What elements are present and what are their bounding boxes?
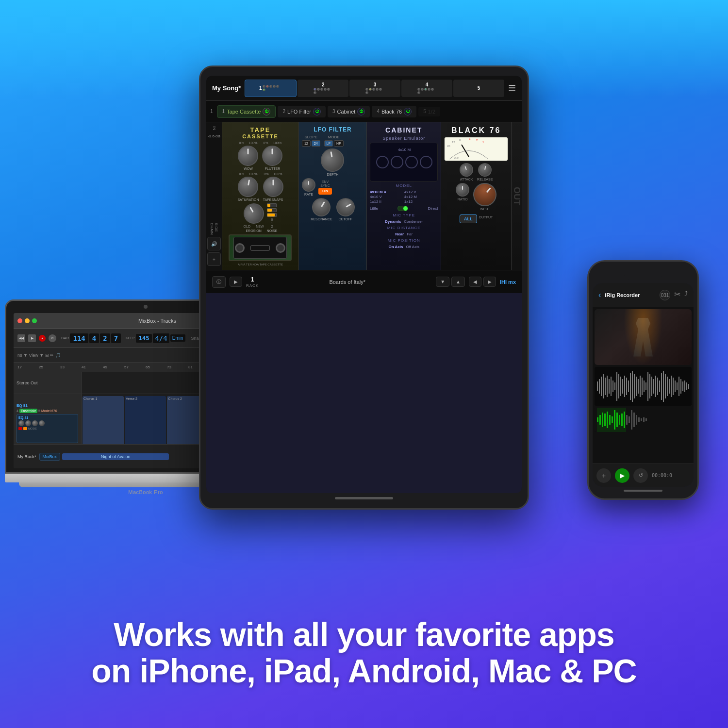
on-toggle[interactable]: ON: [318, 188, 332, 195]
add-btn[interactable]: +: [207, 252, 221, 266]
erosion-noise-row: OLD NEW EROSION: [244, 203, 278, 232]
slot-num-4: 4: [426, 82, 429, 87]
mini-knob-s3-1: [365, 88, 368, 91]
dynamic-label[interactable]: Dynamic: [385, 219, 401, 224]
main-background: MixBox - Tracks ◀◀ ▶ ● ↺ BAR 114 4: [0, 0, 728, 728]
lfo-title: LFO FILTER: [314, 126, 351, 133]
lfo-power-btn[interactable]: ⏻: [313, 108, 321, 116]
tape-cassette-tab[interactable]: 1 Tape Cassette ⏻: [217, 105, 276, 118]
info-button[interactable]: ⓘ: [212, 276, 226, 288]
off-axis-label[interactable]: Off Axis: [406, 245, 419, 249]
forward-btn[interactable]: ▶: [483, 277, 496, 287]
cabinet-power-btn[interactable]: ⏻: [357, 108, 365, 116]
loop-btn[interactable]: ↺: [633, 468, 648, 483]
prev-btn[interactable]: ▼: [436, 277, 449, 287]
play-button[interactable]: ▶: [28, 334, 36, 342]
share-icon[interactable]: ⤴: [684, 290, 688, 300]
saturation-knob-group: 0%100% SATURATION: [237, 172, 259, 201]
minimize-dot[interactable]: [25, 318, 30, 323]
condenser-label[interactable]: Condenser: [404, 219, 423, 224]
cutoff-knob[interactable]: [333, 195, 358, 220]
mode-lp-btn[interactable]: LP: [324, 140, 333, 147]
mini-knob-1: [263, 85, 265, 88]
slot-tab-3[interactable]: 3: [349, 80, 400, 97]
svg-rect-62: [688, 384, 689, 389]
channel-num2: 5: [38, 409, 40, 413]
play-btn[interactable]: ▶: [615, 468, 629, 483]
release-knob-group: RELEASE: [477, 163, 493, 181]
cabinet-subtitle: Speaker Emulator: [370, 136, 438, 141]
rewind-button[interactable]: ◀◀: [17, 334, 25, 342]
release-knob[interactable]: [477, 162, 493, 178]
slope-24-btn[interactable]: 24: [312, 140, 320, 147]
cutoff-knob-group: CUTOFF: [336, 198, 355, 221]
tagline-line1: Works with all your favorite apps: [0, 616, 728, 653]
ratio-knob[interactable]: [456, 183, 469, 197]
svg-rect-34: [634, 374, 635, 398]
cabinet-tab[interactable]: 3 Cabinet ⏻: [328, 106, 370, 117]
cabinet-title: CABINET: [370, 126, 438, 134]
attack-knob[interactable]: [458, 161, 475, 179]
wow-knob[interactable]: [238, 146, 258, 166]
add-icon[interactable]: +: [596, 468, 611, 483]
on-axis-label[interactable]: On Axis: [389, 245, 403, 249]
little-direct-switch[interactable]: [397, 206, 408, 211]
svg-rect-77: [629, 416, 630, 423]
mini-knob-3: [269, 85, 272, 88]
model-4x12v[interactable]: 4x12 V: [404, 190, 438, 194]
slot5-tab[interactable]: 5 1/2: [418, 107, 440, 116]
svg-point-3: [406, 156, 417, 168]
guitar-player-thumbnail: [595, 309, 692, 365]
lfo-filter-tab[interactable]: 2 LFO Filter ⏻: [278, 106, 325, 117]
cassette-visual: →: [229, 234, 292, 261]
model-1x12ii[interactable]: 1x12 II: [370, 199, 404, 204]
slot-tab-1[interactable]: 1: [245, 80, 297, 97]
slope-label: SLOPE: [304, 135, 317, 139]
ratio-knob-group: RATIO: [456, 183, 469, 211]
far-label[interactable]: Far: [407, 232, 413, 236]
black76-power-btn[interactable]: ⏻: [404, 108, 412, 116]
black76-tab[interactable]: 4 Black 76 ⏻: [372, 106, 416, 117]
mode-hp-btn[interactable]: HP: [334, 140, 344, 147]
model-4x12m[interactable]: 4x12 M: [404, 195, 438, 199]
stage-light: [624, 309, 662, 365]
slot-tab-5[interactable]: 5: [453, 80, 504, 97]
close-dot[interactable]: [17, 318, 22, 323]
input-knob[interactable]: [468, 178, 501, 211]
svg-rect-56: [677, 382, 678, 390]
ipad-header: My Song* 1: [206, 76, 522, 101]
night-of-avalon-track[interactable]: Night of Avalon: [62, 453, 169, 460]
near-label[interactable]: Near: [395, 232, 404, 236]
model-4x10m[interactable]: 4x10 M ●: [370, 190, 404, 194]
back-btn[interactable]: ◀: [469, 277, 481, 287]
rate-knob[interactable]: [302, 178, 315, 192]
saturation-knob[interactable]: [236, 175, 260, 199]
maximize-dot[interactable]: [32, 318, 37, 323]
all-button[interactable]: ALL: [460, 215, 477, 223]
next-btn[interactable]: ▲: [451, 277, 465, 287]
depth-knob[interactable]: [319, 147, 347, 174]
resonance-knob[interactable]: [309, 195, 334, 220]
volume-icon[interactable]: 🔊: [207, 237, 221, 250]
slot-tab-2[interactable]: 2: [298, 80, 348, 97]
model-1x12[interactable]: 1x12: [404, 199, 438, 204]
sync-label: SYNC: [320, 184, 330, 187]
scissors-icon[interactable]: ✂: [674, 290, 680, 300]
slope-12-btn[interactable]: 12: [302, 140, 311, 147]
ipad-footer: ⓘ ▶ 1 RACK Boards of Italy* ▼ ▲ ◀: [206, 270, 522, 293]
mixbox-btn[interactable]: MixBox: [39, 453, 61, 461]
eq81-preview: EQ-81: [17, 414, 78, 443]
slot-tab-4[interactable]: 4: [401, 80, 452, 97]
erosion-knob[interactable]: [240, 199, 267, 227]
menu-icon[interactable]: ☰: [508, 83, 516, 94]
tape-power-btn[interactable]: ⏻: [263, 108, 270, 116]
waveform-area: [595, 367, 692, 406]
flutter-knob[interactable]: [262, 146, 282, 166]
back-icon[interactable]: ‹: [598, 291, 601, 299]
model-4x10v[interactable]: 4x10 V: [370, 195, 404, 199]
play-button-footer[interactable]: ▶: [230, 277, 242, 287]
loop-button[interactable]: ↺: [49, 334, 56, 342]
record-button[interactable]: ●: [39, 335, 46, 342]
tapesnaps-knob[interactable]: [263, 177, 283, 197]
svg-rect-29: [624, 376, 625, 397]
